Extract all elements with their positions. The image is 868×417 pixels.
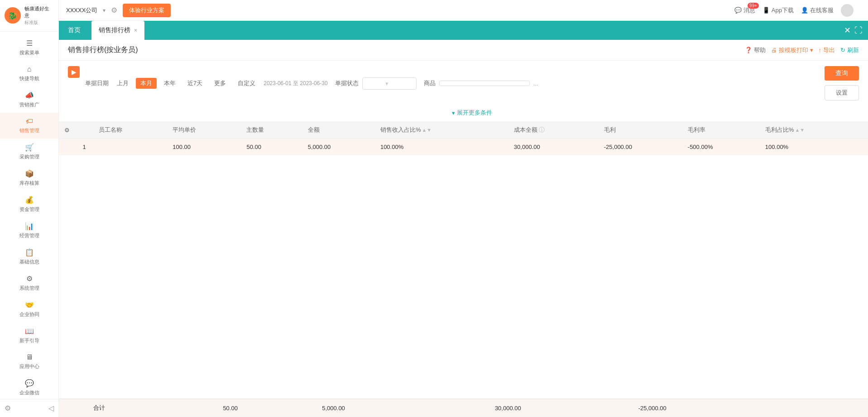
sidebar-item-basic[interactable]: 📋 基础信息 (0, 244, 58, 270)
date-label: 单据日期 (85, 79, 109, 87)
collapse-icon[interactable]: ◁ (48, 404, 54, 412)
export-label: 导出 (823, 46, 835, 54)
print-button[interactable]: 🖨 按模板打印 ▾ (771, 46, 813, 54)
more-button[interactable]: ... (533, 80, 538, 87)
message-icon: 💬 (734, 7, 742, 14)
row-profit-rate: -500.00% (682, 139, 760, 155)
date-option-thisyear[interactable]: 本年 (159, 78, 180, 89)
tab-maximize-button[interactable]: ⛶ (854, 26, 863, 35)
footer-amount: 5,000.00 (317, 399, 447, 417)
home-icon: ⌂ (27, 65, 32, 73)
row-main-qty: 50.00 (241, 139, 302, 155)
sidebar-item-search[interactable]: ☰ 搜索菜单 (0, 34, 58, 61)
marketing-icon: 📣 (25, 91, 34, 100)
online-service-link[interactable]: 👤 在线客服 (801, 6, 834, 14)
tab-close-icon[interactable]: × (134, 27, 137, 34)
sidebar-item-inventory[interactable]: 📦 库存核算 (0, 165, 58, 191)
company-dropdown-icon[interactable]: ▾ (103, 7, 106, 14)
footer-main-qty: 50.00 (217, 399, 317, 417)
logo-text-group: 畅康通好生意 标准版 (24, 5, 54, 26)
tab-close-window-button[interactable]: ✕ (844, 25, 851, 35)
col-header-amount: 全额 (302, 121, 375, 139)
goods-input[interactable] (439, 81, 530, 86)
settings-button[interactable]: 设置 (825, 85, 859, 101)
sidebar-label-purchase: 采购管理 (19, 153, 39, 160)
expand-more-row: ▾ 展开更多条件 (85, 105, 859, 117)
date-option-thismonth[interactable]: 本月 (136, 78, 157, 89)
sidebar-item-wechat[interactable]: 💬 企业微信 (0, 374, 58, 399)
experience-button[interactable]: 体验行业方案 (123, 4, 171, 17)
logo-sub-text: 标准版 (24, 19, 54, 26)
sidebar-label-basic: 基础信息 (19, 259, 39, 265)
sidebar-item-shortcut[interactable]: ⌂ 快捷导航 (0, 61, 58, 86)
expand-label: 展开更多条件 (457, 109, 492, 117)
expand-arrow-button[interactable]: ▶ (68, 66, 80, 78)
sidebar-item-sales[interactable]: 🏷 销售管理 (0, 113, 58, 139)
sidebar-item-purchase[interactable]: 🛒 采购管理 (0, 139, 58, 165)
col-header-profit-rate: 毛利率 (682, 121, 760, 139)
table-footer: 合计 50.00 5,000.00 30,000.00 -25,000.00 (59, 398, 868, 417)
col-header-avg-price: 平均单价 (167, 121, 241, 139)
info-icon-cost: ⓘ (539, 126, 545, 133)
header-actions: ❓ 帮助 🖨 按模板打印 ▾ ↑ 导出 ↻ 刷新 (745, 46, 859, 54)
app-download-link[interactable]: 📱 App下载 (762, 6, 794, 14)
action-buttons: 查询 设置 (825, 66, 859, 101)
sidebar-nav: ☰ 搜索菜单 ⌂ 快捷导航 📣 营销推广 🏷 销售管理 🛒 采购管理 📦 库存核… (0, 32, 58, 399)
status-select[interactable]: ▾ (362, 77, 417, 90)
sales-icon: 🏷 (26, 117, 33, 125)
help-button[interactable]: ❓ 帮助 (745, 46, 766, 54)
goods-filter-group: 商品 ... (424, 79, 538, 87)
sidebar: 🐉 畅康通好生意 标准版 ☰ 搜索菜单 ⌂ 快捷导航 📣 营销推广 🏷 销售管理… (0, 0, 59, 417)
logo-icon: 🐉 (5, 7, 21, 24)
sidebar-label-shortcut: 快捷导航 (19, 75, 39, 82)
sidebar-item-appstore[interactable]: 🖥 应用中心 (0, 349, 58, 374)
expand-chevron-icon: ▾ (452, 110, 455, 116)
basic-icon: 📋 (25, 248, 34, 257)
topbar-gear-icon[interactable]: ⚙ (111, 6, 117, 14)
row-cost: 30,000.00 (508, 139, 599, 155)
inventory-icon: 📦 (25, 169, 34, 178)
date-option-more[interactable]: 更多 (210, 78, 230, 89)
date-option-lastmonth[interactable]: 上月 (112, 78, 133, 89)
sort-icon-sales: ▲▼ (422, 127, 432, 133)
sidebar-label-enterprise: 企业协同 (19, 311, 39, 318)
export-icon: ↑ (819, 47, 822, 53)
sidebar-item-enterprise[interactable]: 🤝 企业协同 (0, 296, 58, 322)
company-name: XXXXX公司 (66, 6, 97, 14)
operation-icon: 📊 (25, 222, 34, 230)
refresh-button[interactable]: ↻ 刷新 (840, 46, 859, 54)
sidebar-item-finance[interactable]: 💰 资金管理 (0, 191, 58, 217)
status-filter-group: 单据状态 ▾ (335, 77, 417, 90)
footer-profit-pct (826, 399, 868, 417)
sidebar-label-wechat: 企业微信 (19, 389, 39, 396)
sidebar-item-system[interactable]: ⚙ 系统管理 (0, 270, 58, 296)
help-icon: ❓ (745, 47, 752, 53)
sidebar-item-operation[interactable]: 📊 经营管理 (0, 217, 58, 244)
query-button[interactable]: 查询 (825, 66, 859, 81)
date-option-7days[interactable]: 近7天 (183, 78, 207, 89)
download-label: App下载 (772, 6, 794, 14)
tabs-right-actions: ✕ ⛶ (844, 25, 868, 35)
finance-icon: 💰 (25, 196, 34, 204)
tab-home[interactable]: 首页 (59, 21, 90, 40)
column-settings-icon[interactable]: ⚙ (64, 127, 70, 134)
sidebar-item-guide[interactable]: 📖 新手引导 (0, 322, 58, 349)
export-button[interactable]: ↑ 导出 (819, 46, 835, 54)
date-option-custom[interactable]: 自定义 (233, 78, 260, 89)
filter-groups: 单据日期 上月 本月 本年 近7天 更多 自定义 2023-06-01 至 20… (85, 66, 859, 117)
expand-more-button[interactable]: ▾ 展开更多条件 (452, 109, 492, 117)
sidebar-item-marketing[interactable]: 📣 营销推广 (0, 86, 58, 113)
col-header-sales-pct: 销售收入占比%▲▼ (375, 121, 508, 139)
tab-sales-ranking[interactable]: 销售排行榜 × (91, 21, 144, 40)
sidebar-label-guide: 新手引导 (19, 337, 39, 344)
footer-cost: 30,000.00 (489, 399, 633, 417)
user-avatar[interactable] (841, 4, 854, 17)
settings-gear-icon[interactable]: ⚙ (5, 404, 11, 412)
guide-icon: 📖 (25, 327, 34, 336)
row-amount: 5,000.00 (302, 139, 375, 155)
table-row: 1 100.00 50.00 5,000.00 100.00% 30,000.0… (59, 139, 868, 155)
page-title: 销售排行榜(按业务员) (68, 45, 138, 55)
message-area[interactable]: 💬 消息 99+ (734, 6, 755, 14)
footer-table: 合计 50.00 5,000.00 30,000.00 -25,000.00 (59, 399, 868, 417)
row-name (93, 139, 167, 155)
